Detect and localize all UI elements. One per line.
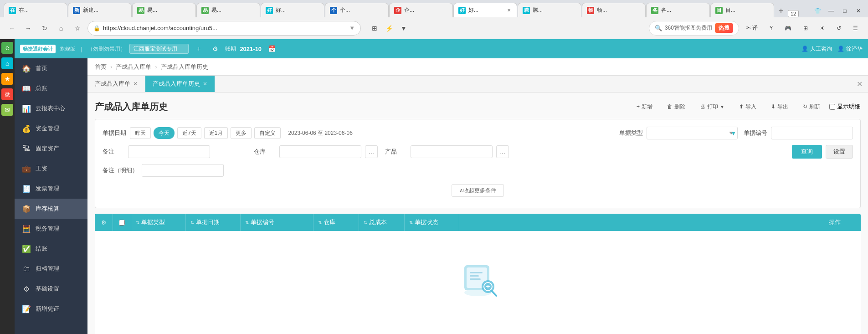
tab-bill-history-close[interactable]: ✕ [203,81,207,87]
sidebar-icon-weibo[interactable]: 微 [1,88,13,100]
browser-tab-3[interactable]: 易 易... [132,3,196,17]
forward-button[interactable]: → [22,22,35,35]
history-btn[interactable]: ↺ [832,22,846,35]
browser-tab-11[interactable]: 各 各... [646,3,710,17]
th-bill-date[interactable]: ⇅ 单据日期 [186,214,241,231]
date-more[interactable]: 更多 [231,127,252,139]
shirt-icon[interactable]: 👕 [812,6,823,15]
nav-item-settlement[interactable]: ✅ 结账 [15,239,87,259]
tab-bill-list[interactable]: 产成品入库单 ✕ [87,76,145,92]
browser-tab-1[interactable]: 在 在... [4,3,67,17]
setting-button[interactable]: 设置 [826,145,853,159]
home-browser-button[interactable]: ⌂ [55,22,67,35]
maximize-button[interactable]: □ [839,6,851,15]
browser-tab-6[interactable]: 个 个... [325,3,389,17]
url-bar[interactable]: 🔒 https://cloud.chanjet.com/accounting/u… [87,21,361,36]
breadcrumb-list[interactable]: 产成品入库单 [116,63,151,71]
nav-item-tax[interactable]: 🧮 税务管理 [15,219,87,239]
select-all-checkbox[interactable] [119,220,125,226]
browser-tab-12[interactable]: 目 目... [710,3,774,17]
tab-bill-history[interactable]: 产成品入库单历史 ✕ [145,76,215,92]
apps-icon[interactable]: ⊞ [368,22,381,35]
warehouse-input[interactable] [279,145,361,158]
breadcrumb-home[interactable]: 首页 [95,63,107,71]
browser-tab-4[interactable]: 易 易... [196,3,260,17]
browser-tab-7[interactable]: 企 企... [389,3,453,17]
tab-close-8[interactable]: ✕ [506,7,512,14]
back-button[interactable]: ← [5,22,18,35]
date-7days[interactable]: 近7天 [177,127,201,139]
browser-tab-8[interactable]: 好 好... ✕ [453,3,517,17]
product-input[interactable] [411,145,493,158]
date-custom[interactable]: 自定义 [254,127,281,139]
export-button[interactable]: ⬇ 导出 [765,100,794,113]
minimize-button[interactable]: — [825,6,837,15]
nav-item-newentry[interactable]: 📝 新增凭证 [15,299,87,319]
th-bill-no[interactable]: ⇅ 单据编号 [241,214,313,231]
menu-btn[interactable]: ☰ [848,22,863,35]
nav-item-ledger[interactable]: 📖 总账 [15,78,87,98]
sidebar-icon-star[interactable]: ★ [1,73,13,85]
nav-item-asset[interactable]: 🏗 固定资产 [15,139,87,159]
note-detail-input[interactable] [142,164,224,177]
print-button[interactable]: 🖨 打印 ▼ [694,100,730,113]
tab-panel-close[interactable]: ✕ [857,80,863,88]
nav-item-fund[interactable]: 💰 资金管理 [15,118,87,139]
date-today[interactable]: 今天 [154,127,175,139]
th-settings[interactable]: ⚙ [95,214,113,231]
currency-btn[interactable]: ¥ [765,22,777,35]
theme-btn[interactable]: ☀ [815,22,829,35]
show-columns-checkbox[interactable] [829,104,835,110]
browser-tab-9[interactable]: 腾 腾... [518,3,581,17]
sidebar-icon-logo[interactable]: e [1,42,13,54]
calendar-icon[interactable]: 📅 [265,42,278,55]
sidebar-icon-mail[interactable]: ✉ [1,104,13,116]
close-button[interactable]: ✕ [853,6,864,15]
user-avatar[interactable]: 👤 徐泽华 [837,45,863,53]
tab-count[interactable]: 12 [788,10,799,17]
date-yesterday[interactable]: 昨天 [130,127,151,139]
refresh-browser-button[interactable]: ↻ [38,22,51,35]
th-checkbox[interactable] [113,214,131,231]
note-input[interactable] [128,145,210,158]
nav-item-inventory[interactable]: 📦 库存核算 [15,199,87,219]
browser-tab-5[interactable]: 好 好... [261,3,324,17]
settings-btn[interactable]: ⚙ [209,42,221,55]
game-btn[interactable]: 🎮 [780,22,796,35]
browser-tab-2[interactable]: 新 新建... [68,3,132,17]
add-company-btn[interactable]: + [192,42,205,55]
th-warehouse[interactable]: ⇅ 仓库 [313,214,359,231]
bill-type-select[interactable] [647,127,738,139]
import-button[interactable]: ⬆ 导入 [734,100,762,113]
lightning-icon[interactable]: ⚡ [383,22,395,35]
scissors-btn[interactable]: ✂ 译 [742,22,762,35]
nav-item-invoice[interactable]: 🧾 发票管理 [15,179,87,199]
sidebar-icon-home[interactable]: ⌂ [1,57,13,69]
nav-item-settings[interactable]: ⚙ 基础设置 [15,279,87,299]
refresh-button[interactable]: ↻ 刷新 [797,100,826,113]
customer-service-link[interactable]: 👤 人工咨询 [801,45,832,53]
grid-btn[interactable]: ⊞ [799,22,812,35]
th-bill-type[interactable]: ⇅ 单据类型 [131,214,186,231]
nav-item-salary[interactable]: 💼 工资 [15,159,87,179]
nav-item-archive[interactable]: 🗂 归档管理 [15,259,87,279]
new-tab-button[interactable]: + [775,5,787,17]
date-1month[interactable]: 近1月 [204,127,228,139]
more-icon[interactable]: ▼ [397,22,410,35]
th-total-cost[interactable]: ⇅ 总成本 [359,214,405,231]
th-bill-status[interactable]: ⇅ 单据状态 [405,214,459,231]
company-select[interactable]: 江西服宝测试专用 [129,44,189,54]
browser-tab-10[interactable]: 畅 畅... [582,3,646,17]
delete-button[interactable]: 🗑 删除 [662,100,691,113]
add-button[interactable]: + 新增 [631,100,658,113]
tab-bill-list-close[interactable]: ✕ [133,81,138,87]
nav-item-report[interactable]: 📊 云报表中心 [15,98,87,118]
show-columns-toggle[interactable]: 显示明细 [829,103,861,111]
bookmark-button[interactable]: ☆ [71,22,84,35]
query-button[interactable]: 查询 [792,145,822,159]
collapse-button[interactable]: ∧ 收起更多条件 [452,184,504,197]
nav-item-home[interactable]: 🏠 首页 [15,58,87,78]
bill-no-input[interactable] [771,127,853,139]
warehouse-ellipsis[interactable]: ... [365,145,378,158]
product-ellipsis[interactable]: ... [496,145,509,158]
